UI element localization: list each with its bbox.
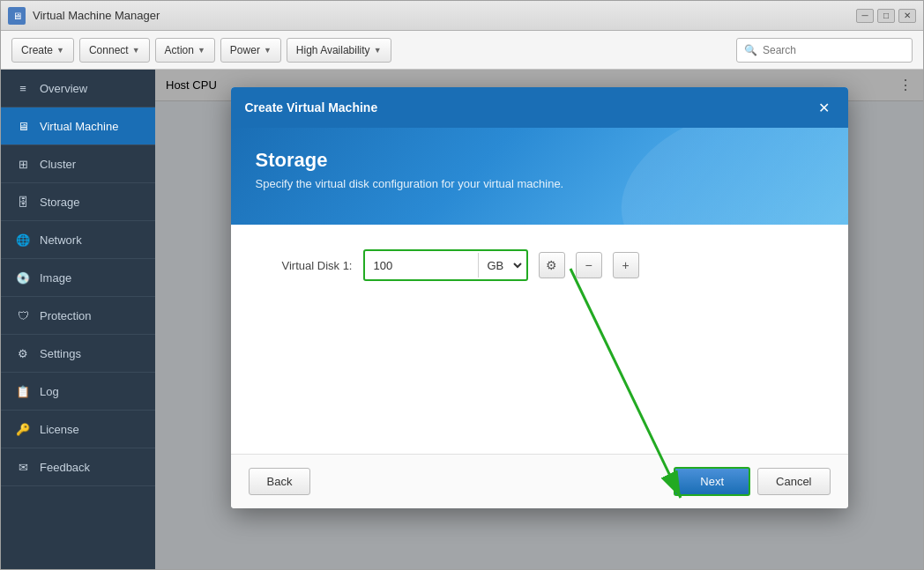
settings-icon: ⚙: [15, 345, 31, 361]
sidebar-item-label-protection: Protection: [40, 309, 92, 322]
sidebar-item-label-cluster: Cluster: [40, 158, 76, 171]
sidebar: ≡Overview🖥Virtual Machine⊞Cluster🗄Storag…: [1, 70, 155, 569]
action-button[interactable]: Action ▼: [155, 38, 215, 63]
sidebar-item-label-license: License: [40, 423, 79, 436]
sidebar-item-label-storage: Storage: [40, 196, 80, 209]
modal-footer: Back Next Cancel: [231, 454, 848, 508]
connect-dropdown-arrow: ▼: [132, 46, 140, 55]
network-icon: 🌐: [15, 232, 31, 248]
modal-banner: Storage Specify the virtual disk configu…: [231, 128, 848, 225]
virtual-disk-row: Virtual Disk 1: GB KB MB TB: [256, 249, 823, 281]
modal-body: Virtual Disk 1: GB KB MB TB: [231, 225, 848, 454]
search-input[interactable]: [763, 44, 905, 56]
title-bar: 🖥 Virtual Machine Manager ─ □ ✕: [1, 1, 923, 31]
disk-plus-button[interactable]: +: [613, 252, 639, 278]
modal-banner-description: Specify the virtual disk configuration f…: [256, 177, 823, 190]
search-box: 🔍: [736, 38, 913, 63]
main-window: 🖥 Virtual Machine Manager ─ □ ✕ Create ▼…: [0, 0, 924, 570]
sidebar-item-virtual-machine[interactable]: 🖥Virtual Machine: [1, 107, 155, 145]
disk-settings-button[interactable]: ⚙: [539, 252, 565, 278]
sidebar-item-overview[interactable]: ≡Overview: [1, 70, 155, 107]
protection-icon: 🛡: [15, 307, 31, 323]
modal-overlay: Create Virtual Machine ✕ Storage Specify…: [155, 70, 923, 569]
maximize-button[interactable]: □: [877, 9, 895, 23]
sidebar-item-network[interactable]: 🌐Network: [1, 221, 155, 259]
gear-icon: ⚙: [546, 258, 557, 272]
title-bar-controls: ─ □ ✕: [856, 9, 916, 23]
license-icon: 🔑: [15, 421, 31, 437]
toolbar: Create ▼ Connect ▼ Action ▼ Power ▼ High…: [1, 31, 923, 70]
window-title: Virtual Machine Manager: [33, 9, 160, 22]
app-icon: 🖥: [8, 7, 26, 25]
create-vm-modal: Create Virtual Machine ✕ Storage Specify…: [231, 87, 848, 508]
sidebar-item-label-feedback: Feedback: [40, 461, 90, 474]
create-dropdown-arrow: ▼: [56, 46, 64, 55]
sidebar-item-image[interactable]: 💿Image: [1, 259, 155, 297]
modal-close-button[interactable]: ✕: [815, 98, 834, 117]
sidebar-item-label-network: Network: [40, 233, 82, 247]
sidebar-item-label-settings: Settings: [40, 347, 81, 360]
sidebar-item-settings[interactable]: ⚙Settings: [1, 335, 155, 373]
modal-header: Create Virtual Machine ✕: [231, 87, 848, 128]
create-button[interactable]: Create ▼: [11, 38, 74, 63]
power-button[interactable]: Power ▼: [220, 38, 281, 63]
sidebar-item-log[interactable]: 📋Log: [1, 373, 155, 411]
sidebar-item-label-virtual-machine: Virtual Machine: [40, 120, 118, 133]
log-icon: 📋: [15, 383, 31, 399]
modal-banner-heading: Storage: [256, 149, 823, 172]
sidebar-item-protection[interactable]: 🛡Protection: [1, 297, 155, 335]
cluster-icon: ⊞: [15, 156, 31, 172]
modal-title: Create Virtual Machine: [245, 100, 378, 115]
disk-unit-select[interactable]: GB KB MB TB: [478, 253, 525, 278]
search-icon: 🔍: [744, 44, 757, 56]
disk-input-group: GB KB MB TB: [363, 249, 528, 281]
sidebar-item-cluster[interactable]: ⊞Cluster: [1, 145, 155, 183]
sidebar-item-feedback[interactable]: ✉Feedback: [1, 448, 155, 486]
minus-icon: −: [585, 258, 592, 272]
action-dropdown-arrow: ▼: [197, 46, 205, 55]
cancel-button[interactable]: Cancel: [757, 468, 830, 495]
overview-icon: ≡: [15, 80, 31, 96]
title-bar-left: 🖥 Virtual Machine Manager: [8, 7, 160, 25]
high-availability-button[interactable]: High Availability ▼: [287, 38, 391, 63]
sidebar-item-license[interactable]: 🔑License: [1, 411, 155, 448]
sidebar-item-label-image: Image: [40, 271, 71, 285]
close-window-button[interactable]: ✕: [898, 9, 916, 23]
main-content: ≡Overview🖥Virtual Machine⊞Cluster🗄Storag…: [1, 70, 923, 569]
disk-minus-button[interactable]: −: [576, 252, 602, 278]
sidebar-item-storage[interactable]: 🗄Storage: [1, 183, 155, 221]
minimize-button[interactable]: ─: [856, 9, 874, 23]
storage-icon: 🗄: [15, 194, 31, 210]
virtual-machine-icon: 🖥: [15, 118, 31, 134]
plus-icon: +: [622, 258, 629, 272]
back-button[interactable]: Back: [249, 468, 311, 495]
connect-button[interactable]: Connect ▼: [79, 38, 150, 63]
footer-right: Next Cancel: [674, 467, 830, 496]
feedback-icon: ✉: [15, 459, 31, 475]
next-button[interactable]: Next: [674, 467, 750, 496]
sidebar-item-label-overview: Overview: [40, 82, 87, 95]
image-icon: 💿: [15, 270, 31, 285]
virtual-disk-label: Virtual Disk 1:: [256, 259, 353, 272]
disk-size-input[interactable]: [367, 253, 473, 278]
power-dropdown-arrow: ▼: [264, 46, 272, 55]
sidebar-item-label-log: Log: [40, 385, 59, 398]
content-area: Host CPU ⋮ Create Virtual Machine ✕ Stor…: [155, 70, 923, 569]
ha-dropdown-arrow: ▼: [374, 46, 382, 55]
